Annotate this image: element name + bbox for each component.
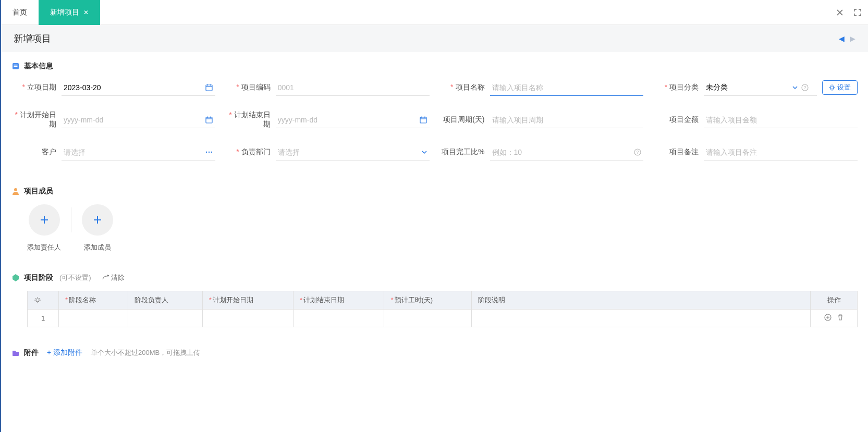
calendar-icon[interactable] — [205, 83, 213, 92]
section-title: 附件 — [24, 348, 39, 357]
more-icon[interactable]: ··· — [205, 148, 213, 156]
progress-input[interactable] — [490, 144, 644, 161]
svg-rect-1 — [14, 65, 18, 66]
cell-phase-name[interactable] — [59, 310, 128, 327]
plan-start-input[interactable] — [62, 112, 215, 128]
table-header-row: 阶段名称 阶段负责人 计划开始日期 计划结束日期 预计工时(天) 阶段说明 操作 — [28, 291, 858, 310]
fullscreen-icon[interactable] — [852, 7, 863, 18]
tab-bar: 首页 新增项目 ✕ — [1, 0, 868, 25]
row-index: 1 — [28, 310, 59, 327]
remark-input[interactable] — [704, 144, 858, 161]
svg-rect-8 — [420, 117, 426, 123]
col-plan-start: 计划开始日期 — [202, 291, 293, 310]
clear-phases-button[interactable]: 清除 — [102, 273, 125, 282]
gear-column[interactable] — [28, 291, 59, 310]
cell-phase-owner[interactable] — [128, 310, 203, 327]
col-operations: 操作 — [811, 291, 858, 310]
attachment-hint: 单个大小不超过200MB，可拖拽上传 — [91, 348, 200, 357]
name-input[interactable] — [490, 79, 644, 96]
add-row-icon[interactable] — [824, 314, 832, 321]
table-row: 1 — [28, 310, 858, 327]
next-arrow-icon[interactable]: ▶ — [850, 34, 855, 43]
section-members: 项目成员 添加责任人 添加成员 — [11, 187, 858, 252]
label-dept: 负责部门 — [226, 147, 276, 157]
label-name: 项目名称 — [440, 83, 490, 92]
tab-label: 新增项目 — [50, 8, 79, 17]
cell-phase-desc[interactable] — [472, 310, 811, 327]
svg-text:?: ? — [803, 85, 806, 90]
add-member-button[interactable] — [82, 204, 113, 236]
svg-rect-7 — [206, 117, 212, 123]
section-phases: 项目阶段 (可不设置) 清除 阶段名称 阶段负责人 计划开始日期 计划结束日期 … — [11, 273, 858, 327]
label-amount: 项目金额 — [654, 115, 704, 125]
close-window-icon[interactable] — [835, 7, 845, 18]
phase-table: 阶段名称 阶段负责人 计划开始日期 计划结束日期 预计工时(天) 阶段说明 操作… — [27, 291, 858, 327]
help-icon[interactable]: ? — [634, 149, 641, 156]
customer-select[interactable] — [62, 144, 215, 161]
add-attachment-button[interactable]: + 添加附件 — [47, 348, 82, 357]
svg-point-11 — [14, 188, 17, 191]
svg-text:?: ? — [637, 150, 639, 155]
config-button-label: 设置 — [837, 83, 851, 92]
section-title: 基本信息 — [24, 61, 53, 71]
section-icon — [11, 62, 20, 70]
calendar-icon[interactable] — [205, 116, 213, 124]
add-owner-label: 添加责任人 — [27, 243, 61, 252]
col-est-hours: 预计工时(天) — [384, 291, 472, 310]
svg-marker-12 — [13, 274, 19, 281]
label-code: 项目编码 — [226, 83, 276, 92]
cell-est-hours[interactable] — [384, 310, 472, 327]
dept-select[interactable] — [276, 144, 430, 161]
section-icon — [11, 349, 20, 357]
period-input[interactable] — [490, 112, 644, 128]
category-select[interactable] — [704, 79, 817, 96]
label-plan-end: 计划结束日期 — [226, 110, 276, 129]
section-title: 项目成员 — [24, 187, 53, 196]
col-phase-desc: 阶段说明 — [472, 291, 811, 310]
chevron-down-icon[interactable] — [792, 84, 798, 91]
delete-row-icon[interactable] — [837, 314, 844, 321]
col-phase-name: 阶段名称 — [59, 291, 128, 310]
label-period: 项目周期(天) — [440, 115, 490, 125]
page-title: 新增项目 — [14, 32, 51, 45]
label-progress: 项目完工比% — [440, 147, 490, 157]
label-remark: 项目备注 — [654, 147, 704, 157]
col-plan-end: 计划结束日期 — [294, 291, 384, 310]
section-basic-info: 基本信息 立项日期 项目编码 项目名称 — [11, 61, 858, 161]
section-icon — [11, 274, 20, 282]
label-plan-start: 计划开始日期 — [11, 110, 62, 129]
tab-label: 首页 — [13, 8, 27, 17]
chevron-down-icon[interactable] — [421, 149, 427, 155]
section-hint: (可不设置) — [59, 273, 91, 282]
prev-arrow-icon[interactable]: ◀ — [839, 34, 845, 43]
svg-point-6 — [830, 86, 834, 89]
create-date-input[interactable] — [62, 79, 215, 96]
label-create-date: 立项日期 — [11, 83, 62, 92]
help-icon[interactable]: ? — [801, 84, 809, 91]
cell-plan-start[interactable] — [202, 310, 293, 327]
svg-rect-2 — [14, 66, 18, 67]
svg-rect-3 — [206, 85, 212, 91]
amount-input[interactable] — [704, 112, 858, 128]
section-title: 项目阶段 — [24, 273, 53, 282]
page-header: 新增项目 ◀ ▶ — [1, 25, 868, 52]
plan-end-input[interactable] — [276, 112, 430, 128]
tab-home[interactable]: 首页 — [1, 0, 39, 25]
code-input[interactable] — [276, 79, 430, 96]
calendar-icon[interactable] — [419, 116, 427, 124]
label-customer: 客户 — [11, 147, 62, 157]
section-icon — [11, 187, 20, 195]
svg-point-13 — [36, 299, 39, 302]
close-icon[interactable]: ✕ — [83, 9, 89, 16]
add-member-label: 添加成员 — [84, 243, 111, 252]
cell-plan-end[interactable] — [294, 310, 384, 327]
config-button[interactable]: 设置 — [822, 80, 858, 95]
add-member: 添加成员 — [82, 204, 113, 252]
section-attachments: 附件 + 添加附件 单个大小不超过200MB，可拖拽上传 — [11, 348, 858, 357]
tab-new-project[interactable]: 新增项目 ✕ — [39, 0, 100, 25]
add-owner-button[interactable] — [29, 204, 60, 236]
clear-label: 清除 — [111, 273, 125, 282]
col-phase-owner: 阶段负责人 — [128, 291, 203, 310]
label-category: 项目分类 — [654, 83, 704, 92]
add-owner: 添加责任人 — [27, 204, 61, 252]
